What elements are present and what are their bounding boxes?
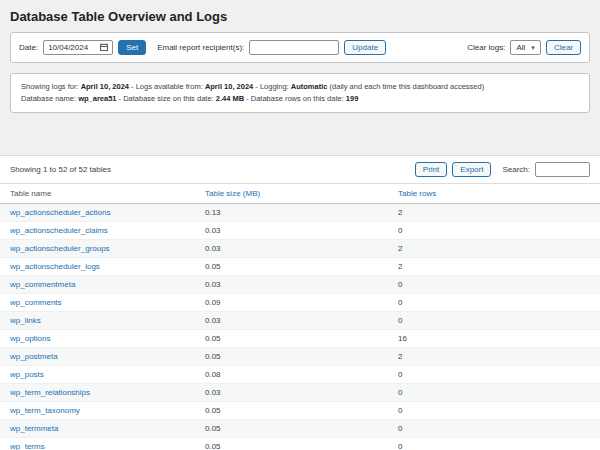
info-value: April 10, 2024 bbox=[205, 82, 253, 91]
table-row: wp_terms0.050 bbox=[0, 438, 600, 450]
cell-table-rows: 2 bbox=[398, 348, 600, 366]
clear-logs-value: All bbox=[516, 43, 525, 52]
cell-table-size: 0.03 bbox=[205, 312, 398, 330]
cell-table-name: wp_posts bbox=[0, 366, 205, 384]
table-name-link[interactable]: wp_actionscheduler_claims bbox=[10, 226, 108, 235]
table-row: wp_postmeta0.052 bbox=[0, 348, 600, 366]
cell-table-name: wp_links bbox=[0, 312, 205, 330]
table-row: wp_actionscheduler_groups0.032 bbox=[0, 240, 600, 258]
calendar-icon[interactable] bbox=[100, 43, 108, 53]
table-row: wp_options0.0516 bbox=[0, 330, 600, 348]
clear-logs-select[interactable]: All ▾ bbox=[510, 40, 540, 55]
cell-table-rows: 0 bbox=[398, 438, 600, 450]
page-title: Database Table Overview and Logs bbox=[0, 0, 600, 30]
cell-table-rows: 2 bbox=[398, 204, 600, 222]
info-value: 2.44 MB bbox=[216, 94, 244, 103]
table-row: wp_actionscheduler_logs0.052 bbox=[0, 258, 600, 276]
email-input[interactable] bbox=[249, 40, 339, 55]
column-header-table-name[interactable]: Table name bbox=[0, 184, 205, 204]
cell-table-name: wp_termmeta bbox=[0, 420, 205, 438]
export-button[interactable]: Export bbox=[452, 162, 491, 177]
cell-table-rows: 0 bbox=[398, 222, 600, 240]
update-button[interactable]: Update bbox=[344, 40, 386, 55]
table-header-row: Table name Table size (MB) Table rows bbox=[0, 184, 600, 204]
table-name-link[interactable]: wp_postmeta bbox=[10, 352, 58, 361]
table-toolbar: Showing 1 to 52 of 52 tables Print Expor… bbox=[0, 156, 600, 183]
cell-table-rows: 0 bbox=[398, 420, 600, 438]
info-value: April 10, 2024 bbox=[81, 82, 129, 91]
table-section: Showing 1 to 52 of 52 tables Print Expor… bbox=[0, 155, 600, 450]
search-label: Search: bbox=[502, 165, 530, 174]
cell-table-name: wp_commentmeta bbox=[0, 276, 205, 294]
print-button[interactable]: Print bbox=[415, 162, 447, 177]
column-header-table-rows[interactable]: Table rows bbox=[398, 184, 600, 204]
table-name-link[interactable]: wp_links bbox=[10, 316, 41, 325]
clear-button[interactable]: Clear bbox=[546, 40, 581, 55]
cell-table-size: 0.05 bbox=[205, 330, 398, 348]
table-row: wp_actionscheduler_actions0.132 bbox=[0, 204, 600, 222]
email-label: Email report recipient(s): bbox=[157, 43, 244, 52]
table-row: wp_term_relationships0.030 bbox=[0, 384, 600, 402]
info-value: 199 bbox=[346, 94, 359, 103]
info-text: - Logging: bbox=[253, 82, 291, 91]
cell-table-name: wp_term_relationships bbox=[0, 384, 205, 402]
clear-logs-label: Clear logs: bbox=[467, 43, 505, 52]
chevron-down-icon: ▾ bbox=[531, 44, 535, 52]
cell-table-rows: 0 bbox=[398, 312, 600, 330]
table-row: wp_comments0.090 bbox=[0, 294, 600, 312]
table-name-link[interactable]: wp_terms bbox=[10, 442, 45, 450]
table-name-link[interactable]: wp_posts bbox=[10, 370, 44, 379]
cell-table-name: wp_actionscheduler_logs bbox=[0, 258, 205, 276]
table-name-link[interactable]: wp_term_taxonomy bbox=[10, 406, 80, 415]
table-row: wp_commentmeta0.030 bbox=[0, 276, 600, 294]
cell-table-size: 0.08 bbox=[205, 366, 398, 384]
table-name-link[interactable]: wp_term_relationships bbox=[10, 388, 90, 397]
table-row: wp_posts0.080 bbox=[0, 366, 600, 384]
table-row: wp_links0.030 bbox=[0, 312, 600, 330]
cell-table-name: wp_actionscheduler_actions bbox=[0, 204, 205, 222]
cell-table-rows: 0 bbox=[398, 366, 600, 384]
cell-table-size: 0.03 bbox=[205, 240, 398, 258]
cell-table-size: 0.03 bbox=[205, 276, 398, 294]
cell-table-rows: 0 bbox=[398, 402, 600, 420]
cell-table-size: 0.05 bbox=[205, 258, 398, 276]
date-input[interactable]: 10/04/2024 bbox=[43, 40, 113, 55]
search-input[interactable] bbox=[535, 162, 590, 177]
info-text: - Database size on this date: bbox=[117, 94, 216, 103]
page: Database Table Overview and Logs Date: 1… bbox=[0, 0, 600, 450]
table-name-link[interactable]: wp_commentmeta bbox=[10, 280, 75, 289]
table-row: wp_termmeta0.050 bbox=[0, 420, 600, 438]
toolbar-right: Print Export Search: bbox=[415, 162, 590, 177]
table-row: wp_term_taxonomy0.050 bbox=[0, 402, 600, 420]
cell-table-size: 0.05 bbox=[205, 438, 398, 450]
date-value: 10/04/2024 bbox=[48, 43, 88, 52]
cell-table-rows: 0 bbox=[398, 294, 600, 312]
cell-table-name: wp_options bbox=[0, 330, 205, 348]
table-name-link[interactable]: wp_termmeta bbox=[10, 424, 58, 433]
table-name-link[interactable]: wp_comments bbox=[10, 298, 62, 307]
table-name-link[interactable]: wp_actionscheduler_groups bbox=[10, 244, 110, 253]
cell-table-name: wp_term_taxonomy bbox=[0, 402, 205, 420]
cell-table-rows: 0 bbox=[398, 276, 600, 294]
cell-table-size: 0.05 bbox=[205, 420, 398, 438]
info-value: Automatic bbox=[291, 82, 328, 91]
table-name-link[interactable]: wp_actionscheduler_actions bbox=[10, 208, 111, 217]
info-text: Showing logs for: bbox=[21, 82, 81, 91]
cell-table-rows: 0 bbox=[398, 384, 600, 402]
cell-table-name: wp_comments bbox=[0, 294, 205, 312]
cell-table-name: wp_terms bbox=[0, 438, 205, 450]
info-value: wp_area51 bbox=[78, 94, 116, 103]
info-panel: Showing logs for: April 10, 2024 - Logs … bbox=[10, 73, 590, 113]
info-text: - Logs available from: bbox=[129, 82, 205, 91]
set-button[interactable]: Set bbox=[118, 40, 146, 55]
table-row: wp_actionscheduler_claims0.030 bbox=[0, 222, 600, 240]
tables-table: Table name Table size (MB) Table rows wp… bbox=[0, 183, 600, 450]
column-header-table-size[interactable]: Table size (MB) bbox=[205, 184, 398, 204]
table-name-link[interactable]: wp_actionscheduler_logs bbox=[10, 262, 100, 271]
cell-table-name: wp_actionscheduler_groups bbox=[0, 240, 205, 258]
info-text: - Database rows on this date: bbox=[244, 94, 346, 103]
table-name-link[interactable]: wp_options bbox=[10, 334, 50, 343]
date-label: Date: bbox=[19, 43, 38, 52]
cell-table-size: 0.05 bbox=[205, 348, 398, 366]
cell-table-size: 0.03 bbox=[205, 222, 398, 240]
